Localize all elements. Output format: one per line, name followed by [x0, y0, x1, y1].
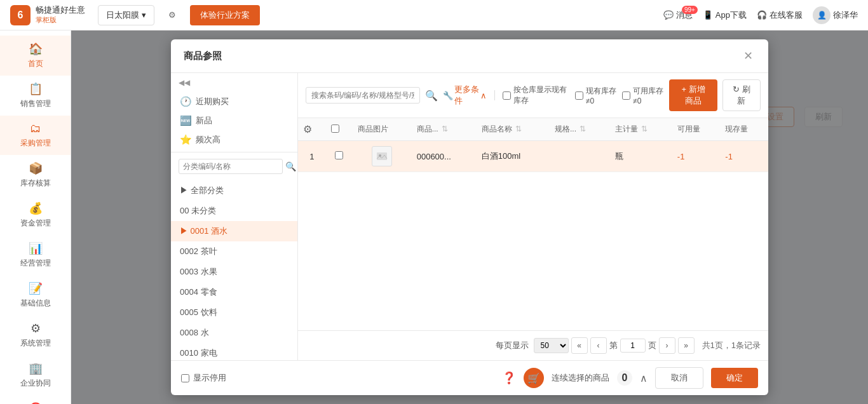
- filter-existing-input[interactable]: [575, 91, 583, 100]
- product-search-icon[interactable]: 🔍: [425, 90, 438, 102]
- row-checkbox[interactable]: [335, 151, 343, 159]
- prev-page-button[interactable]: ‹: [590, 337, 607, 354]
- category-all[interactable]: ▶ 全部分类: [171, 180, 297, 201]
- sidebar-label-operations: 经营管理: [20, 258, 51, 269]
- category-list: ▶ 全部分类 00 未分类 ▶ 0001 酒水 0002 茶叶: [171, 178, 297, 360]
- sidebar-item-system[interactable]: ⚙ 系统管理: [0, 315, 71, 355]
- category-0008[interactable]: 0008 水: [171, 323, 297, 343]
- clock-icon: 🕐: [180, 96, 192, 107]
- filter-bar: 🔍 🔧 更多条件 ∧ 按仓库显示现有库存: [298, 73, 768, 118]
- purchase-icon: 🗂: [30, 122, 41, 135]
- category-0010[interactable]: 0010 家电: [171, 343, 297, 360]
- sidebar-item-inventory[interactable]: 📦 库存核算: [0, 155, 71, 195]
- modal-footer: 显示停用 ❓ 🛒 连续选择的商品 0 ∧ 取消 确定: [171, 360, 768, 395]
- filter-available-input[interactable]: [622, 91, 630, 100]
- sidebar-item-enterprise[interactable]: 🏢 企业协同: [0, 355, 71, 395]
- th-stock: 现存量: [720, 118, 768, 141]
- show-disabled-label: 显示停用: [193, 372, 226, 384]
- th-checkbox: [326, 118, 353, 141]
- table-container: ⚙ 商品图片 商品... ⇅ 商品名称: [298, 118, 768, 330]
- filter-more-label: 更多条件: [454, 84, 479, 107]
- help-icon[interactable]: ❓: [502, 371, 516, 385]
- sidebar-label-purchase: 采购管理: [20, 138, 51, 149]
- refresh-button[interactable]: ↻ 刷新: [722, 79, 761, 111]
- sidebar-label-basic: 基础信息: [20, 298, 51, 309]
- category-0002[interactable]: 0002 茶叶: [171, 241, 297, 262]
- app-download-button[interactable]: 📱 App下载: [703, 10, 747, 21]
- category-00[interactable]: 00 未分类: [171, 201, 297, 221]
- sidebar-item-home[interactable]: 🏠 首页: [0, 36, 71, 76]
- settings-icon[interactable]: ⚙: [162, 5, 182, 25]
- enterprise-icon: 🏢: [29, 361, 43, 375]
- th-code[interactable]: 商品... ⇅: [412, 118, 477, 141]
- cancel-button[interactable]: 取消: [655, 367, 703, 389]
- td-name: 白酒100ml: [477, 141, 550, 172]
- avatar: 👤: [813, 6, 831, 24]
- filter-existing-checkbox[interactable]: 现有库存≠0: [575, 86, 617, 105]
- pagination-bar: 每页显示 20 50 100 « ‹ 第 页 ›: [298, 330, 768, 360]
- sort-icon: ⇅: [442, 125, 448, 133]
- category-0002-label: 0002 茶叶: [180, 246, 217, 257]
- cart-count: 0: [617, 370, 632, 386]
- sidebar-item-purchase[interactable]: 🗂 采购管理: [0, 116, 71, 155]
- sidebar-item-sales[interactable]: 📋 销售管理: [0, 76, 71, 116]
- first-page-button[interactable]: «: [571, 337, 588, 354]
- th-name[interactable]: 商品名称 ⇅: [477, 118, 550, 141]
- next-page-button[interactable]: ›: [659, 337, 675, 354]
- modal-close-button[interactable]: ✕: [740, 48, 756, 64]
- th-unit[interactable]: 主计量 ⇅: [610, 118, 672, 141]
- filter-more-button[interactable]: 🔧 更多条件 ∧: [443, 84, 487, 107]
- sidebar-item-basic[interactable]: 📝 基础信息: [0, 275, 71, 315]
- sidebar-item-guide[interactable]: 🎯 新手引导: [0, 395, 71, 404]
- quick-filter-recent[interactable]: 🕐 近期购买: [171, 92, 297, 111]
- collapse-icon[interactable]: ◀◀: [179, 78, 190, 87]
- select-all-checkbox[interactable]: [331, 125, 339, 133]
- sidebar-item-finance[interactable]: 💰 资金管理: [0, 195, 71, 235]
- footer-actions: ❓ 🛒 连续选择的商品 0 ∧ 取消 确定: [502, 367, 758, 389]
- product-search-input[interactable]: [306, 87, 420, 104]
- online-service-label: 在线客服: [770, 10, 803, 21]
- collapse-icon[interactable]: ∧: [640, 372, 648, 384]
- filter-by-warehouse-checkbox[interactable]: 按仓库显示现有库存: [503, 84, 570, 106]
- finance-icon: 💰: [29, 201, 43, 215]
- td-checkbox[interactable]: [326, 141, 353, 172]
- phone-icon: 📱: [703, 10, 713, 20]
- filter-available-checkbox[interactable]: 可用库存≠0: [622, 86, 664, 105]
- trial-button[interactable]: 体验行业方案: [190, 5, 260, 25]
- message-icon: 💬: [663, 10, 674, 20]
- category-search-icon[interactable]: 🔍: [285, 161, 296, 172]
- online-service-button[interactable]: 🎧 在线客服: [757, 10, 803, 21]
- add-product-button[interactable]: + 新增商品: [669, 79, 717, 111]
- show-disabled-checkbox[interactable]: 显示停用: [181, 372, 226, 384]
- messages-button[interactable]: 💬 消息 99+: [663, 10, 693, 21]
- divider: [171, 152, 297, 152]
- category-search-input[interactable]: [179, 159, 283, 174]
- table-settings-icon[interactable]: ⚙: [303, 124, 312, 135]
- quick-filter-frequent[interactable]: ⭐ 频次高: [171, 130, 297, 149]
- sidebar: 🏠 首页 📋 销售管理 🗂 采购管理 📦 库存核算 💰 资金管理 📊 经营管理 …: [0, 30, 71, 404]
- quick-filter-new[interactable]: 🆕 新品: [171, 111, 297, 130]
- category-0005[interactable]: 0005 饮料: [171, 302, 297, 323]
- category-0005-label: 0005 饮料: [180, 307, 217, 318]
- confirm-button[interactable]: 确定: [711, 368, 758, 388]
- page-number-input[interactable]: [620, 339, 646, 353]
- th-spec[interactable]: 规格... ⇅: [550, 118, 610, 141]
- category-0001[interactable]: ▶ 0001 酒水: [171, 221, 297, 241]
- home-icon: 🏠: [29, 42, 43, 56]
- table-row[interactable]: 1: [298, 141, 768, 172]
- page-size-select[interactable]: 20 50 100: [534, 338, 569, 353]
- headset-icon: 🎧: [757, 10, 767, 20]
- user-area[interactable]: 👤 徐泽华: [813, 6, 858, 24]
- sidebar-item-operations[interactable]: 📊 经营管理: [0, 235, 71, 275]
- show-disabled-input[interactable]: [181, 374, 189, 382]
- store-selector[interactable]: 日太阳膜 ▾: [98, 5, 154, 25]
- filter-by-warehouse-input[interactable]: [503, 91, 511, 100]
- th-settings[interactable]: ⚙: [298, 118, 326, 141]
- basic-icon: 📝: [29, 281, 43, 295]
- last-page-button[interactable]: »: [678, 337, 695, 354]
- category-00-label: 00 未分类: [180, 205, 216, 217]
- category-0003[interactable]: 0003 水果: [171, 262, 297, 282]
- category-0004[interactable]: 0004 零食: [171, 282, 297, 302]
- logo-text: 畅捷通好生意: [36, 5, 85, 16]
- cart-icon[interactable]: 🛒: [524, 368, 544, 388]
